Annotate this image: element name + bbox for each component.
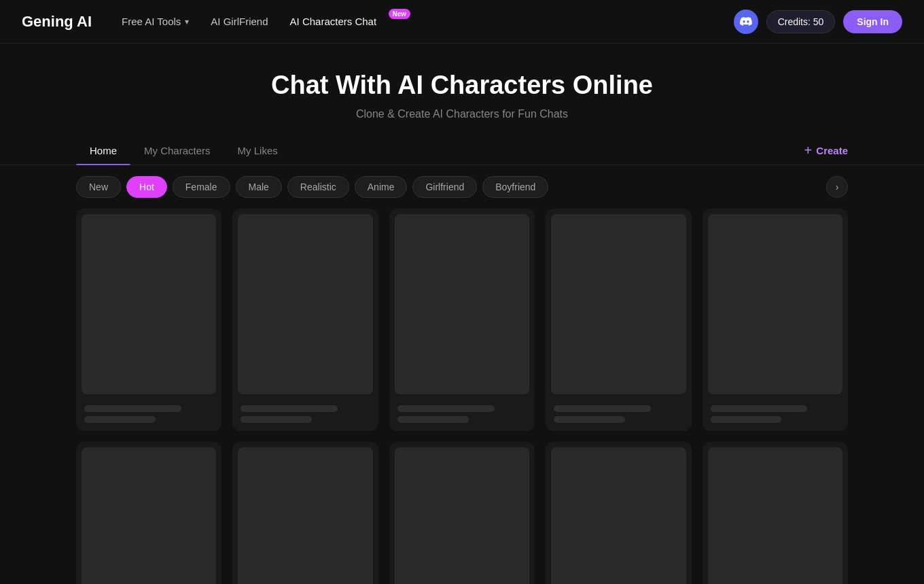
skeleton-title [397,405,495,412]
filter-male[interactable]: Male [236,176,282,198]
nav-ai-girlfriend-label: AI GirlFriend [211,16,268,27]
card-image-skeleton [551,214,686,394]
chevron-down-icon: ▾ [185,17,189,27]
card-image-skeleton [238,447,372,584]
card-image-skeleton [551,447,686,584]
tab-my-characters[interactable]: My Characters [130,137,224,165]
skeleton-title [84,405,181,412]
new-badge: New [389,9,411,19]
card-image-skeleton [395,447,529,584]
tab-home[interactable]: Home [76,137,130,165]
card-2[interactable] [232,209,378,431]
card-image-skeleton [708,214,842,394]
skeleton-subtitle [711,416,782,423]
nav-ai-girlfriend[interactable]: AI GirlFriend [202,10,276,33]
nav-free-ai-tools[interactable]: Free AI Tools ▾ [113,10,197,33]
skeleton-title [711,405,808,412]
filter-new[interactable]: New [76,176,121,198]
header-right: Credits: 50 Sign In [734,10,902,34]
nav-ai-characters-chat-label: AI Characters Chat [290,16,377,27]
tabs-bar: Home My Characters My Likes + Create [0,137,924,165]
nav-free-ai-tools-label: Free AI Tools [122,16,181,27]
create-button[interactable]: + Create [804,137,848,164]
card-4[interactable] [546,209,691,431]
card-image-skeleton [82,214,216,394]
card-image-skeleton [238,214,372,394]
logo[interactable]: Gening AI [22,13,92,31]
hero-subtitle: Clone & Create AI Characters for Fun Cha… [22,108,902,120]
card-8[interactable] [389,442,535,584]
card-10[interactable] [703,442,848,584]
hero-title: Chat With AI Characters Online [22,71,902,100]
discord-button[interactable] [734,10,758,34]
filter-scroll-right[interactable]: › [826,176,848,198]
main-nav: Free AI Tools ▾ AI GirlFriend AI Charact… [113,10,734,33]
card-image-skeleton [395,214,529,394]
card-info [546,400,691,431]
card-image-skeleton [82,447,216,584]
filter-female[interactable]: Female [173,176,230,198]
skeleton-title [554,405,651,412]
filter-hot[interactable]: Hot [126,176,167,198]
filter-pills: New Hot Female Male Realistic Anime Girl… [0,165,924,209]
skeleton-subtitle [84,416,156,423]
card-info [232,400,378,431]
filter-girlfriend[interactable]: Girlfriend [412,176,477,198]
skeleton-subtitle [554,416,625,423]
create-plus-icon: + [804,143,813,158]
filter-boyfriend[interactable]: Boyfriend [482,176,548,198]
signin-button[interactable]: Sign In [843,10,902,33]
card-3[interactable] [389,209,535,431]
card-5[interactable] [703,209,848,431]
credits-button[interactable]: Credits: 50 [766,10,836,33]
filter-anime[interactable]: Anime [355,176,408,198]
card-image-skeleton [708,447,842,584]
discord-icon [740,17,752,27]
nav-ai-characters-chat[interactable]: AI Characters Chat New [282,10,410,33]
card-1[interactable] [76,209,221,431]
create-label: Create [816,145,848,156]
card-9[interactable] [546,442,691,584]
skeleton-subtitle [241,416,312,423]
hero-section: Chat With AI Characters Online Clone & C… [0,44,924,137]
card-info [703,400,848,431]
tab-my-likes[interactable]: My Likes [224,137,291,165]
card-6[interactable] [76,442,221,584]
card-info [76,400,221,431]
skeleton-subtitle [397,416,469,423]
skeleton-title [241,405,338,412]
card-info [389,400,535,431]
card-7[interactable] [232,442,378,584]
cards-grid [0,209,924,584]
filter-realistic[interactable]: Realistic [287,176,349,198]
